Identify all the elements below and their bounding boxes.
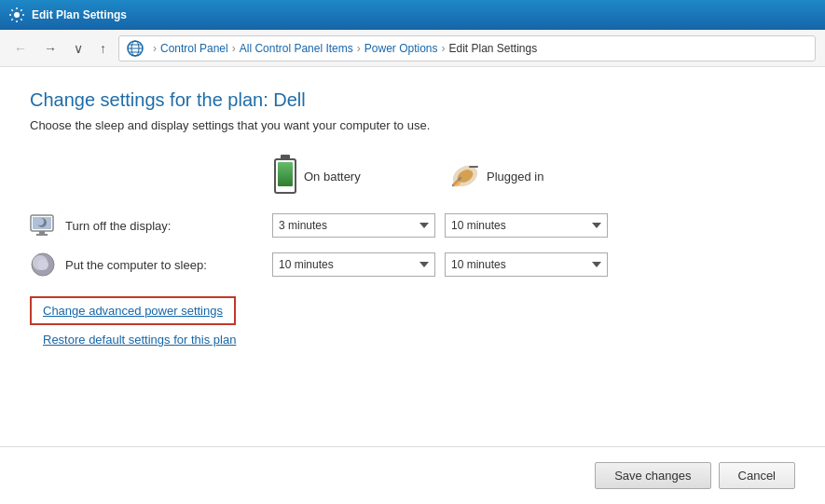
on-battery-label: On battery: [304, 170, 361, 184]
svg-point-0: [14, 12, 20, 18]
address-bar: ← → ∨ ↑ › Control Panel › All Control Pa…: [0, 30, 825, 67]
sleep-label-area: Put the computer to sleep:: [30, 252, 272, 278]
breadcrumb-power-options[interactable]: Power Options: [364, 42, 438, 55]
forward-button[interactable]: →: [39, 39, 62, 58]
bottom-divider: [0, 446, 825, 447]
column-headers: On battery Plugged in: [272, 155, 795, 198]
bottom-section: Save changes Cancel: [30, 446, 795, 489]
battery-icon: [272, 155, 298, 198]
breadcrumb-all-items[interactable]: All Control Panel Items: [240, 42, 353, 55]
settings-area: Change settings for the plan: Dell Choos…: [30, 89, 795, 446]
display-selects: Never 1 minute 2 minutes 3 minutes 5 min…: [272, 213, 608, 238]
page-title: Change settings for the plan: Dell: [30, 89, 795, 111]
bottom-bar: Save changes Cancel: [30, 458, 795, 489]
display-label-area: Turn off the display:: [30, 212, 272, 238]
breadcrumb-control-panel[interactable]: Control Panel: [160, 42, 228, 55]
svg-point-22: [37, 259, 48, 270]
breadcrumb-sep-3: ›: [441, 42, 445, 55]
plug-icon: [449, 163, 481, 189]
up-button[interactable]: ↑: [95, 39, 111, 58]
breadcrumb-sep-2: ›: [357, 42, 361, 55]
globe-icon: [127, 40, 144, 57]
links-area: Change advanced power settings Restore d…: [30, 296, 795, 347]
plugged-in-label: Plugged in: [487, 170, 543, 184]
svg-rect-8: [278, 162, 293, 186]
page-subtitle: Choose the sleep and display settings th…: [30, 118, 795, 132]
sleep-label: Put the computer to sleep:: [65, 258, 207, 272]
display-plugged-in-select[interactable]: Never 1 minute 2 minutes 3 minutes 5 min…: [445, 213, 608, 238]
display-on-battery-select[interactable]: Never 1 minute 2 minutes 3 minutes 5 min…: [272, 213, 435, 238]
cancel-button[interactable]: Cancel: [719, 462, 795, 489]
settings-icon: [9, 7, 24, 22]
breadcrumb: › Control Panel › All Control Panel Item…: [118, 35, 816, 61]
svg-rect-19: [36, 234, 48, 236]
save-changes-button[interactable]: Save changes: [595, 462, 710, 489]
advanced-power-settings-link[interactable]: Change advanced power settings: [43, 304, 223, 318]
main-content: Change settings for the plan: Dell Choos…: [0, 67, 825, 504]
sleep-on-battery-select[interactable]: Never 1 minute 2 minutes 3 minutes 5 min…: [272, 252, 435, 277]
plugged-in-header: Plugged in: [449, 163, 626, 189]
advanced-link-container: Change advanced power settings: [30, 296, 236, 325]
on-battery-header: On battery: [272, 155, 449, 198]
display-setting-row: Turn off the display: Never 1 minute 2 m…: [30, 212, 795, 238]
back-button[interactable]: ←: [9, 39, 32, 58]
sleep-plugged-in-select[interactable]: Never 1 minute 2 minutes 3 minutes 5 min…: [445, 252, 608, 277]
title-bar: Edit Plan Settings: [0, 0, 825, 30]
sleep-setting-row: Put the computer to sleep: Never 1 minut…: [30, 252, 795, 278]
svg-rect-18: [39, 231, 45, 234]
display-label: Turn off the display:: [65, 219, 171, 233]
breadcrumb-edit-plan: Edit Plan Settings: [448, 42, 537, 55]
sleep-selects: Never 1 minute 2 minutes 3 minutes 5 min…: [272, 252, 608, 277]
sleep-icon: [30, 252, 56, 278]
breadcrumb-sep-1: ›: [232, 42, 236, 55]
breadcrumb-sep-0: ›: [153, 42, 157, 55]
down-button[interactable]: ∨: [69, 39, 88, 58]
title-bar-text: Edit Plan Settings: [32, 8, 127, 21]
display-icon: [30, 212, 56, 238]
svg-point-17: [36, 218, 44, 225]
restore-defaults-link[interactable]: Restore default settings for this plan: [43, 333, 795, 347]
